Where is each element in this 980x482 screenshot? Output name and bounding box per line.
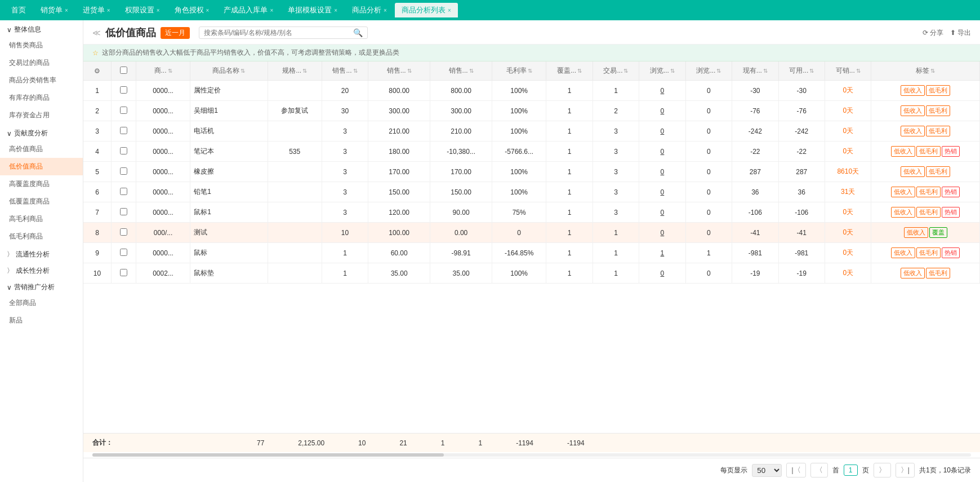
row-select-checkbox[interactable] [120, 107, 127, 114]
nav-role-auth[interactable]: 角色授权× [168, 3, 216, 17]
row-select-checkbox[interactable] [120, 127, 127, 134]
tag[interactable]: 低收入 [891, 187, 915, 197]
tag[interactable]: 低收入 [901, 105, 925, 116]
sidebar-group-overview[interactable]: ∨ 整体信息 [0, 20, 83, 37]
sidebar-item-low-coverage[interactable]: 低覆盖度商品 [0, 193, 83, 210]
sidebar-item-high-coverage[interactable]: 高覆盖度商品 [0, 175, 83, 193]
sidebar-group-contribution[interactable]: ∨ 贡献度分析 [0, 124, 83, 140]
sidebar-item-category-sales-rate[interactable]: 商品分类销售率 [0, 72, 83, 89]
row-checkbox[interactable] [111, 223, 136, 243]
sidebar-item-low-value[interactable]: 低价值商品 [0, 158, 83, 175]
row-checkbox[interactable] [111, 243, 136, 263]
sidebar-collapse-btn[interactable]: ≪ [92, 28, 101, 37]
row-name[interactable]: 鼠标 [190, 243, 268, 263]
row-name[interactable]: 测试 [190, 223, 268, 243]
sidebar-item-high-value[interactable]: 高价值商品 [0, 140, 83, 158]
row-name[interactable]: 属性定价 [190, 81, 268, 101]
name-column-header[interactable]: 商品名称⇅ [190, 61, 268, 81]
first-page-btn[interactable]: |〈 [786, 463, 805, 477]
search-input[interactable] [204, 29, 353, 37]
row-browse1[interactable]: 0 [639, 121, 685, 141]
nav-product-analysis[interactable]: 商品分析× [345, 3, 394, 17]
row-select-checkbox[interactable] [120, 167, 127, 175]
sidebar-item-sales-products[interactable]: 销售类商品 [0, 37, 83, 54]
row-browse1[interactable]: 0 [639, 141, 685, 162]
sidebar-item-new-products[interactable]: 新品 [0, 312, 83, 329]
select-all-checkbox[interactable] [120, 67, 127, 74]
row-name[interactable]: 鼠标垫 [190, 263, 268, 284]
row-select-checkbox[interactable] [120, 147, 127, 154]
sidebar-item-all-products[interactable]: 全部商品 [0, 294, 83, 312]
tag[interactable]: 覆盖 [929, 227, 947, 238]
gross-column-header[interactable]: 毛利率⇅ [492, 61, 546, 81]
spec-column-header[interactable]: 规格...⇅ [268, 61, 322, 81]
tag[interactable]: 低收入 [901, 126, 925, 136]
tag[interactable]: 低毛利 [916, 247, 941, 258]
nav-purchase-order[interactable]: 进货单× [76, 3, 117, 17]
browse1-link[interactable]: 0 [661, 127, 665, 135]
browse1-link[interactable]: 0 [661, 229, 665, 237]
row-checkbox[interactable] [111, 182, 136, 202]
nav-product-inbound[interactable]: 产成品入库单× [217, 3, 280, 17]
export-button[interactable]: ⬆ 导出 [950, 28, 971, 38]
sidebar-group-marketing[interactable]: ∨ 营销推广分析 [0, 278, 83, 294]
row-browse1[interactable]: 0 [639, 202, 685, 223]
row-select-checkbox[interactable] [120, 208, 127, 215]
tag[interactable]: 低毛利 [926, 126, 950, 136]
row-name[interactable]: 电话机 [190, 121, 268, 141]
tag[interactable]: 低收入 [904, 227, 928, 238]
tag[interactable]: 热销 [942, 207, 960, 218]
scrollbar-thumb[interactable] [92, 453, 444, 457]
browse1-link[interactable]: 0 [661, 269, 665, 277]
row-name[interactable]: 鼠标1 [190, 202, 268, 223]
settings-column-header[interactable]: ⚙ [83, 61, 111, 81]
row-checkbox[interactable] [111, 162, 136, 182]
row-browse1[interactable]: 0 [639, 162, 685, 182]
next-page-btn[interactable]: 〉 [874, 463, 891, 477]
row-name[interactable]: 橡皮擦 [190, 162, 268, 182]
nav-product-analysis-list[interactable]: 商品分析列表× [395, 3, 458, 17]
browse1-link[interactable]: 0 [661, 168, 665, 176]
tag[interactable]: 低收入 [891, 207, 915, 218]
checkbox-column-header[interactable] [111, 61, 136, 81]
browse1-column-header[interactable]: 浏览...⇅ [639, 61, 685, 81]
row-name[interactable]: 吴细细1 [190, 101, 268, 121]
cover-column-header[interactable]: 覆盖...⇅ [546, 61, 593, 81]
row-select-checkbox[interactable] [120, 249, 127, 256]
tag[interactable]: 低毛利 [926, 268, 950, 278]
browse1-link[interactable]: 0 [661, 209, 665, 216]
trade-column-header[interactable]: 交易...⇅ [593, 61, 639, 81]
share-button[interactable]: ⟳ 分享 [923, 28, 943, 38]
row-checkbox[interactable] [111, 121, 136, 141]
row-browse1[interactable]: 0 [639, 223, 685, 243]
sidebar-group-liquidity[interactable]: 〉 流通性分析 [0, 245, 83, 262]
tag[interactable]: 低毛利 [916, 207, 941, 218]
row-checkbox[interactable] [111, 263, 136, 284]
row-select-checkbox[interactable] [120, 188, 127, 195]
row-name[interactable]: 笔记本 [190, 141, 268, 162]
prev-page-btn[interactable]: 〈 [810, 463, 828, 477]
sellable-column-header[interactable]: 可销...⇅ [825, 61, 871, 81]
row-select-checkbox[interactable] [120, 228, 127, 236]
row-browse1[interactable]: 0 [639, 81, 685, 101]
per-page-select[interactable]: 50 100 200 [752, 464, 782, 477]
scrollbar-track[interactable] [92, 453, 971, 457]
row-checkbox[interactable] [111, 81, 136, 101]
sidebar-item-traded-products[interactable]: 交易过的商品 [0, 54, 83, 72]
browse1-link[interactable]: 0 [661, 148, 665, 156]
tag[interactable]: 低毛利 [916, 187, 941, 197]
row-browse1[interactable]: 1 [639, 243, 685, 263]
row-select-checkbox[interactable] [120, 86, 127, 94]
last-page-btn[interactable]: 〉| [896, 463, 915, 477]
sales2-column-header[interactable]: 销售...⇅ [368, 61, 430, 81]
sidebar-item-low-margin[interactable]: 低毛利商品 [0, 228, 83, 245]
tag[interactable]: 低收入 [901, 268, 925, 278]
sidebar-group-growth[interactable]: 〉 成长性分析 [0, 262, 83, 278]
row-checkbox[interactable] [111, 141, 136, 162]
nav-home[interactable]: 首页 [5, 3, 33, 17]
row-checkbox[interactable] [111, 101, 136, 121]
row-browse1[interactable]: 0 [639, 263, 685, 284]
tag[interactable]: 低毛利 [916, 146, 941, 157]
row-select-checkbox[interactable] [120, 269, 127, 276]
code-column-header[interactable]: 商...⇅ [136, 61, 190, 81]
